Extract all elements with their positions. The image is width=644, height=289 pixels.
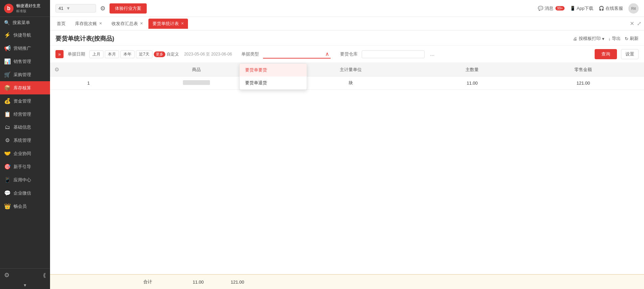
tab-receivables-close-icon[interactable]: ✕ <box>140 21 143 26</box>
data-table: ⚙ 商品 主计量单位 主数量 零售金额 1 <box>50 63 644 90</box>
sidebar-item-sales[interactable]: 📊 销售管理 <box>0 55 50 68</box>
sidebar-item-purchase[interactable]: 🛒 采购管理 <box>0 68 50 81</box>
sidebar-item-inventory[interactable]: 📦 库存核算 <box>0 81 50 94</box>
date-filter-label: 单据日期 <box>68 51 85 57</box>
sidebar-item-enterprise[interactable]: 🤝 企业协同 <box>0 147 50 160</box>
date-btn-last-7days[interactable]: 近7天 <box>136 50 152 58</box>
warehouse-input[interactable] <box>362 50 425 58</box>
tabs-close-all-icon[interactable]: ✕ <box>630 20 634 27</box>
logo-text-block: 畅捷通好生意 标准版 <box>16 3 41 14</box>
online-service-action[interactable]: 🎧 在线客服 <box>599 5 623 12</box>
app-sub: 标准版 <box>16 9 41 14</box>
guide-icon: 🎯 <box>4 163 11 170</box>
store-chevron-icon: ▼ <box>66 6 70 11</box>
user-avatar[interactable]: Rit <box>628 3 639 14</box>
vip-icon: 👑 <box>4 203 11 209</box>
search-label: 搜索菜单 <box>13 20 30 26</box>
tab-order-stats-label: 要货单统计表 <box>152 21 179 27</box>
inventory-icon: 📦 <box>4 85 11 91</box>
guide-label: 新手引导 <box>14 164 31 170</box>
date-btn-this-month[interactable]: 本月 <box>105 50 119 58</box>
operations-label: 经营管理 <box>14 111 31 117</box>
date-custom-btn[interactable]: 自定义 <box>167 51 179 57</box>
store-selector[interactable]: 41 ▼ <box>55 4 96 13</box>
filter-expand-button[interactable]: » <box>55 50 64 58</box>
tab-batch-account[interactable]: 库存批次账 ✕ <box>71 19 106 29</box>
tab-batch-account-label: 库存批次账 <box>75 21 97 27</box>
query-button[interactable]: 查询 <box>595 49 617 59</box>
collapse-icon[interactable]: ⟪ <box>43 272 46 279</box>
col-row-num <box>64 63 114 76</box>
refresh-action[interactable]: ↻ 刷新 <box>625 36 639 42</box>
date-btn-last-month[interactable]: 上月 <box>89 50 103 58</box>
print-action[interactable]: 🖨 按模板打印 ▾ <box>573 36 604 42</box>
system-icon: ⚙ <box>4 137 11 143</box>
sidebar-item-marketing[interactable]: 📢 营销推广 <box>0 42 50 55</box>
tab-order-stats[interactable]: 要货单统计表 ✕ <box>148 19 188 29</box>
sidebar-item-wechat[interactable]: 💬 企业微信 <box>0 186 50 200</box>
tab-receivables-label: 收发存汇总表 <box>112 21 138 27</box>
apps-icon: 📱 <box>4 177 11 183</box>
online-service-label: 在线客服 <box>605 5 623 12</box>
scroll-down-btn[interactable]: ▼ <box>0 282 50 289</box>
user-name: Rit <box>628 3 639 14</box>
app-download-action[interactable]: 📱 App下载 <box>570 5 593 12</box>
type-filter-label: 单据类型 <box>241 51 259 57</box>
refresh-icon: ↻ <box>625 36 628 41</box>
sidebar-bottom: ⚙ ⟪ <box>0 268 50 282</box>
sidebar-item-quick-nav[interactable]: ⚡ 快捷导航 <box>0 28 50 42</box>
topbar-gear-icon[interactable]: ⚙ <box>100 5 105 12</box>
tab-home[interactable]: 首页 <box>53 19 70 29</box>
type-select-input[interactable] <box>264 51 325 57</box>
date-btn-this-year[interactable]: 本年 <box>120 50 135 58</box>
col-settings: ⚙ <box>50 63 64 76</box>
warehouse-filter-label: 要货仓库 <box>340 51 358 57</box>
finance-icon: 💰 <box>4 98 11 104</box>
search-icon: 🔍 <box>4 20 10 25</box>
tab-home-label: 首页 <box>57 21 66 27</box>
tab-batch-account-close-icon[interactable]: ✕ <box>99 21 102 26</box>
date-more-badge[interactable]: 更多 <box>154 51 165 57</box>
export-action[interactable]: ↓ 导出 <box>609 36 621 42</box>
dropdown-option-order-goods[interactable]: 要货单要货 <box>240 64 307 76</box>
wechat-label: 企业微信 <box>14 190 31 196</box>
sales-icon: 📊 <box>4 58 11 65</box>
messages-action[interactable]: 💬 消息 99+ <box>538 5 565 12</box>
messages-label: 消息 <box>545 5 553 12</box>
tab-order-stats-close-icon[interactable]: ✕ <box>181 21 184 26</box>
enterprise-icon: 🤝 <box>4 150 11 157</box>
sidebar-item-system[interactable]: ⚙ 系统管理 <box>0 134 50 147</box>
sidebar-search[interactable]: 🔍 搜索菜单 <box>0 17 50 28</box>
marketing-label: 营销推广 <box>14 45 31 51</box>
sidebar-item-apps[interactable]: 📱 应用中心 <box>0 173 50 186</box>
settings-button[interactable]: 设置 <box>621 49 639 59</box>
warehouse-more-icon[interactable]: ... <box>430 51 434 57</box>
sidebar-item-operations[interactable]: 📋 经营管理 <box>0 108 50 121</box>
summary-amount: 121.00 <box>231 280 244 285</box>
sidebar-item-base[interactable]: 🗂 基础信息 <box>0 121 50 134</box>
table-header-row: ⚙ 商品 主计量单位 主数量 零售金额 <box>50 63 644 76</box>
settings-icon[interactable]: ⚙ <box>4 271 9 279</box>
purchase-icon: 🛒 <box>4 71 11 78</box>
tab-receivables[interactable]: 收发存汇总表 ✕ <box>108 19 147 29</box>
trial-button[interactable]: 体验行业方案 <box>110 3 147 14</box>
wechat-icon: 💬 <box>4 190 11 196</box>
sidebar-item-vip[interactable]: 👑 畅会员 <box>0 200 50 213</box>
app-name: 畅捷通好生意 <box>16 3 41 9</box>
page-header: 要货单统计表(按商品) 🖨 按模板打印 ▾ ↓ 导出 ↻ 刷新 <box>50 30 644 45</box>
dropdown-option-order-return[interactable]: 要货单退货 <box>240 76 307 89</box>
row-amount: 121.00 <box>523 76 644 90</box>
table-settings-icon[interactable]: ⚙ <box>54 67 59 72</box>
header-actions: 🖨 按模板打印 ▾ ↓ 导出 ↻ 刷新 <box>573 36 639 42</box>
sidebar-logo: b 畅捷通好生意 标准版 <box>0 0 50 17</box>
type-select-box[interactable]: ∧ <box>263 50 331 59</box>
export-label: 导出 <box>612 36 621 42</box>
tabs-bar: 首页 库存批次账 ✕ 收发存汇总表 ✕ 要货单统计表 ✕ ✕ ⤢ <box>50 17 644 30</box>
marketing-icon: 📢 <box>4 45 11 51</box>
type-select-arrow-icon[interactable]: ∧ <box>325 51 329 57</box>
app-download-label: App下载 <box>577 5 593 12</box>
sidebar-item-guide[interactable]: 🎯 新手引导 <box>0 160 50 173</box>
sidebar-item-finance[interactable]: 💰 资金管理 <box>0 94 50 108</box>
table-body: 1 块 11.00 121.00 <box>50 76 644 90</box>
tabs-expand-icon[interactable]: ⤢ <box>637 20 641 27</box>
